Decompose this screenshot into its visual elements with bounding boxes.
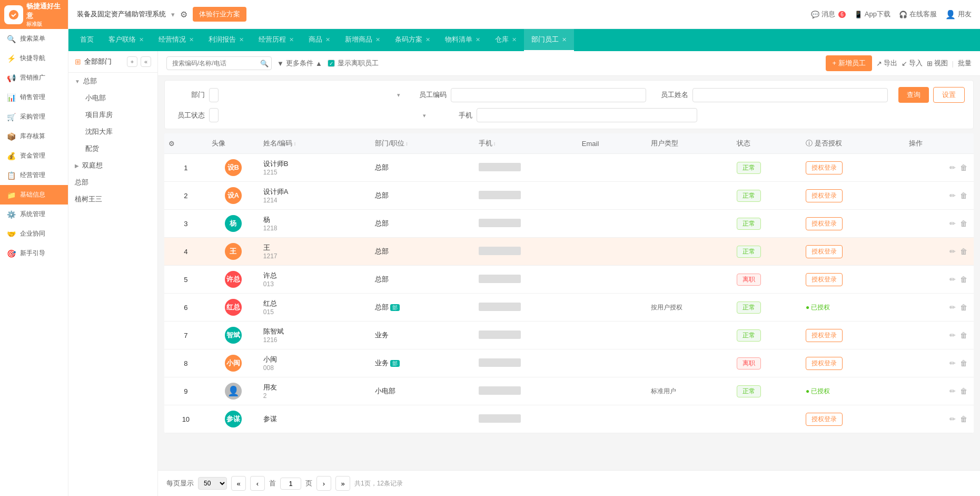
auth-login-button[interactable]: 授权登录 [806, 161, 843, 174]
online-service-btn[interactable]: 🎧 在线客服 [899, 9, 937, 19]
tab-warehouse-close[interactable]: ✕ [512, 36, 517, 43]
empcode-input[interactable] [451, 88, 646, 102]
tab-home[interactable]: 首页 [73, 29, 101, 51]
show-resigned-checkbox[interactable]: ✓ [328, 60, 335, 67]
sidebar-item-finance[interactable]: 💰 资金管理 [0, 146, 68, 166]
tab-history-close[interactable]: ✕ [289, 36, 294, 43]
prev-page-btn[interactable]: ‹ [250, 476, 265, 491]
col-settings[interactable]: ⚙ [164, 133, 207, 154]
tab-customer-close[interactable]: ✕ [139, 36, 144, 43]
message-btn[interactable]: 💬 消息 6 [811, 9, 846, 19]
delete-button[interactable]: 🗑 [958, 162, 969, 173]
auth-login-button[interactable]: 授权登录 [806, 357, 843, 370]
dept-item-peihuo[interactable]: 配货 [75, 140, 157, 157]
search-icon[interactable]: 🔍 [260, 60, 269, 67]
col-name-header[interactable]: 姓名/编码↕ [259, 133, 371, 154]
sidebar-item-search[interactable]: 🔍 搜索菜单 [0, 29, 68, 48]
delete-button[interactable]: 🗑 [958, 358, 969, 368]
dept-collapse-btn[interactable]: « [141, 56, 151, 67]
dropdown-icon[interactable]: ▾ [171, 11, 175, 18]
auth-login-button[interactable]: 授权登录 [806, 245, 843, 258]
col-dept-header[interactable]: 部门/职位↕ [371, 133, 474, 154]
tab-operation[interactable]: 经营情况✕ [151, 29, 201, 51]
dept-item-zongbu-root[interactable]: ▼ 总部 [68, 73, 157, 90]
tab-barcode-close[interactable]: ✕ [425, 36, 430, 43]
add-employee-button[interactable]: + 新增员工 [826, 55, 872, 71]
phone-input[interactable] [477, 108, 698, 122]
tab-profit[interactable]: 利润报告✕ [201, 29, 251, 51]
tab-customer[interactable]: 客户联络✕ [101, 29, 151, 51]
sidebar-item-inventory[interactable]: 📦 库存核算 [0, 127, 68, 146]
delete-button[interactable]: 🗑 [958, 302, 969, 313]
show-resigned-toggle[interactable]: ✓ 显示离职员工 [328, 59, 379, 68]
auth-login-button[interactable]: 授权登录 [806, 217, 843, 230]
tab-employees-close[interactable]: ✕ [562, 36, 567, 43]
empname-input[interactable] [692, 88, 888, 102]
auth-login-button[interactable]: 授权登录 [806, 273, 843, 286]
tab-goods[interactable]: 商品✕ [301, 29, 338, 51]
sidebar-item-marketing[interactable]: 📢 营销推广 [0, 68, 68, 87]
edit-button[interactable]: ✏ [947, 386, 958, 396]
edit-button[interactable]: ✏ [947, 218, 958, 229]
sidebar-item-collab[interactable]: 🤝 企业协同 [0, 224, 68, 244]
dept-item-zhishu[interactable]: 植树王三 [68, 191, 157, 208]
trial-button[interactable]: 体验行业方案 [193, 7, 246, 22]
export-button[interactable]: ↗ 导出 [876, 59, 897, 68]
edit-button[interactable]: ✏ [947, 162, 958, 173]
more-filters-btn[interactable]: ▼ 更多条件 ▲ [277, 59, 322, 68]
sidebar-item-quicknav[interactable]: ⚡ 快捷导航 [0, 48, 68, 68]
next-page-btn[interactable]: › [316, 476, 331, 491]
delete-button[interactable]: 🗑 [958, 246, 969, 257]
edit-button[interactable]: ✏ [947, 302, 958, 313]
edit-button[interactable]: ✏ [947, 246, 958, 257]
app-download-btn[interactable]: 📱 App下载 [854, 9, 890, 19]
query-button[interactable]: 查询 [898, 87, 929, 103]
edit-button[interactable]: ✏ [947, 358, 958, 368]
dept-item-zongbu2[interactable]: 总部 [68, 174, 157, 191]
dept-select[interactable] [209, 88, 219, 102]
tab-new-goods[interactable]: 新增商品✕ [338, 29, 388, 51]
tab-bom-close[interactable]: ✕ [476, 36, 480, 43]
user-menu-btn[interactable]: 👤 用友 [945, 9, 972, 20]
view-mode-btn[interactable]: ⊞ 视图 [927, 59, 948, 68]
tab-new-goods-close[interactable]: ✕ [375, 36, 380, 43]
tab-history[interactable]: 经营历程✕ [251, 29, 301, 51]
last-page-btn[interactable]: » [335, 476, 350, 491]
edit-button[interactable]: ✏ [947, 330, 958, 341]
settings-icon[interactable]: ⚙ [180, 9, 187, 20]
delete-button[interactable]: 🗑 [958, 190, 969, 201]
sidebar-item-operations[interactable]: 📋 经营管理 [0, 166, 68, 185]
search-input[interactable] [166, 56, 272, 70]
status-select[interactable] [209, 108, 219, 122]
delete-button[interactable]: 🗑 [958, 386, 969, 396]
sidebar-item-purchase[interactable]: 🛒 采购管理 [0, 107, 68, 127]
tab-employees[interactable]: 部门员工✕ [524, 29, 574, 51]
tab-warehouse[interactable]: 仓库✕ [488, 29, 524, 51]
dept-item-shuangting[interactable]: ▶ 双庭想 [68, 157, 157, 174]
tab-bom[interactable]: 物料清单✕ [438, 29, 488, 51]
first-page-btn[interactable]: « [231, 476, 246, 491]
col-phone-header[interactable]: 手机↕ [474, 133, 578, 154]
auth-login-button[interactable]: 授权登录 [806, 329, 843, 342]
delete-button[interactable]: 🗑 [958, 414, 969, 424]
page-input[interactable] [280, 478, 301, 490]
tab-operation-close[interactable]: ✕ [189, 36, 194, 43]
sidebar-item-sales[interactable]: 📊 销售管理 [0, 87, 68, 107]
import-button[interactable]: ↙ 导入 [902, 59, 923, 68]
tab-profit-close[interactable]: ✕ [239, 36, 244, 43]
edit-button[interactable]: ✏ [947, 414, 958, 424]
delete-button[interactable]: 🗑 [958, 274, 969, 285]
dept-item-shenyang[interactable]: 沈阳大库 [75, 123, 157, 140]
delete-button[interactable]: 🗑 [958, 218, 969, 229]
reset-button[interactable]: 设置 [933, 87, 965, 103]
sidebar-item-basic-info[interactable]: 📁 基础信息 [0, 185, 68, 205]
page-size-select[interactable]: 50 100 [198, 477, 227, 490]
edit-button[interactable]: ✏ [947, 190, 958, 201]
batch-btn[interactable]: 批量 [958, 59, 972, 68]
tab-goods-close[interactable]: ✕ [325, 36, 330, 43]
tab-barcode[interactable]: 条码方案✕ [388, 29, 438, 51]
sidebar-item-system[interactable]: ⚙️ 系统管理 [0, 205, 68, 224]
dept-add-btn[interactable]: + [127, 56, 137, 67]
dept-item-xiaodian[interactable]: 小电部 [75, 90, 157, 106]
dept-item-xiangmu[interactable]: 项目库房 [75, 106, 157, 123]
